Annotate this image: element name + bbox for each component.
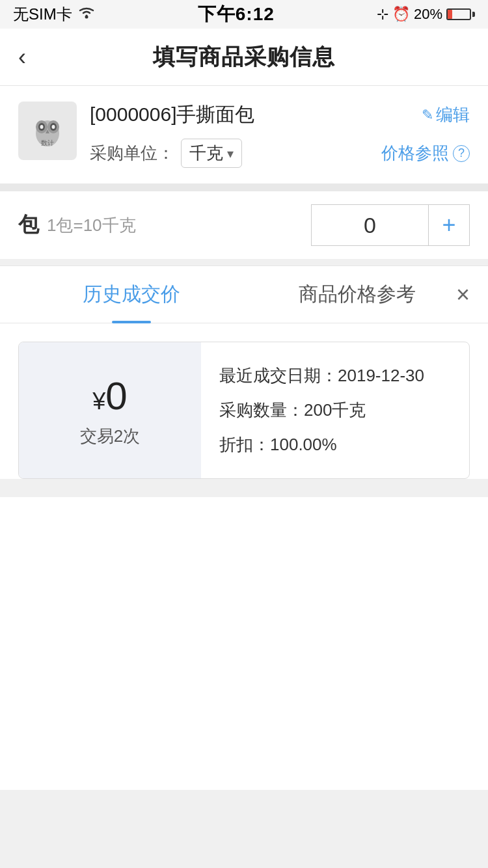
quantity-input[interactable]: 0: [311, 204, 428, 246]
product-info: [0000006]手撕面包 ✎ 编辑 采购单位： 千克 ▾ 价格参照 ?: [90, 102, 470, 168]
purchase-qty-value: 200千克: [304, 400, 366, 420]
location-icon: ⊹: [377, 6, 388, 23]
product-image: 数计: [18, 102, 77, 160]
product-title: 手撕面包: [176, 103, 254, 125]
status-time: 下午6:12: [198, 2, 275, 27]
svg-point-0: [85, 16, 88, 19]
chevron-down-icon: ▾: [227, 146, 234, 161]
battery-percent: 20%: [414, 6, 442, 23]
trade-count: 交易2次: [80, 425, 140, 448]
price-currency: ¥: [92, 388, 105, 414]
status-bar: 无SIM卡 下午6:12 ⊹ ⏰ 20%: [0, 0, 488, 29]
quantity-row: 包 1包=10千克 0 +: [0, 191, 488, 259]
discount-value: 100.00%: [270, 435, 337, 454]
price-ref-label: 价格参照: [381, 142, 449, 165]
price-card: ¥0 交易2次 最近成交日期：2019-12-30 采购数量：200千克 折扣：…: [18, 342, 470, 479]
edit-label: 编辑: [436, 103, 470, 126]
content-area: [0, 497, 488, 790]
status-right: ⊹ ⏰ 20%: [377, 6, 475, 23]
price-card-right: 最近成交日期：2019-12-30 采购数量：200千克 折扣：100.00%: [201, 342, 469, 478]
last-trade-date-value: 2019-12-30: [338, 366, 424, 385]
svg-point-7: [52, 125, 55, 129]
product-card: 数计 [0000006]手撕面包 ✎ 编辑 采购单位： 千克 ▾: [0, 86, 488, 183]
package-icon: 包: [18, 211, 39, 239]
price-ref-button[interactable]: 价格参照 ?: [381, 142, 470, 165]
pkg-ratio-text: 1包=10千克: [47, 214, 136, 237]
tab-price-reference[interactable]: 商品价格参考: [244, 266, 470, 323]
bottom-panel: 历史成交价 商品价格参考 × ¥0 交易2次 最近成交日期：2019-12-30…: [0, 265, 488, 479]
price-amount: ¥0: [92, 373, 127, 418]
product-name: [0000006]手撕面包: [90, 102, 254, 128]
price-card-left: ¥0 交易2次: [19, 342, 201, 478]
price-value: 0: [105, 374, 127, 418]
tab-active-indicator: [112, 321, 151, 323]
discount-row: 折扣：100.00%: [219, 432, 451, 457]
carrier-text: 无SIM卡: [13, 4, 72, 25]
section-divider: [0, 183, 488, 191]
nav-bar: ‹ 填写商品采购信息: [0, 29, 488, 86]
page-title: 填写商品采购信息: [153, 42, 335, 72]
wifi-icon: [77, 5, 96, 23]
edit-button[interactable]: ✎ 编辑: [422, 103, 470, 126]
unit-label: 采购单位：: [90, 142, 174, 165]
last-trade-date-label: 最近成交日期：: [219, 366, 338, 385]
svg-point-6: [40, 125, 44, 129]
discount-label: 折扣：: [219, 435, 270, 454]
last-trade-date-row: 最近成交日期：2019-12-30: [219, 363, 451, 388]
alarm-icon: ⏰: [392, 6, 410, 23]
tab-history-price[interactable]: 历史成交价: [18, 266, 244, 323]
svg-text:数计: 数计: [41, 139, 54, 146]
tab-price-ref-label: 商品价格参考: [299, 281, 416, 308]
edit-icon: ✎: [422, 107, 433, 124]
close-panel-button[interactable]: ×: [456, 281, 470, 308]
battery-icon: [446, 8, 475, 20]
unit-selector[interactable]: 千克 ▾: [181, 139, 242, 168]
quantity-left: 包 1包=10千克: [18, 211, 136, 239]
price-ref-info-icon: ?: [453, 145, 470, 162]
quantity-value: 0: [364, 213, 376, 238]
quantity-plus-button[interactable]: +: [428, 204, 470, 246]
back-button[interactable]: ‹: [18, 44, 26, 71]
product-id: [0000006]: [90, 103, 176, 125]
status-left: 无SIM卡: [13, 4, 96, 25]
purchase-unit-left: 采购单位： 千克 ▾: [90, 139, 242, 168]
unit-value: 千克: [189, 142, 223, 165]
tabs-row: 历史成交价 商品价格参考 ×: [0, 266, 488, 323]
tab-history-label: 历史成交价: [83, 281, 180, 308]
quantity-control: 0 +: [311, 204, 470, 246]
purchase-qty-label: 采购数量：: [219, 400, 304, 420]
purchase-qty-row: 采购数量：200千克: [219, 398, 451, 423]
